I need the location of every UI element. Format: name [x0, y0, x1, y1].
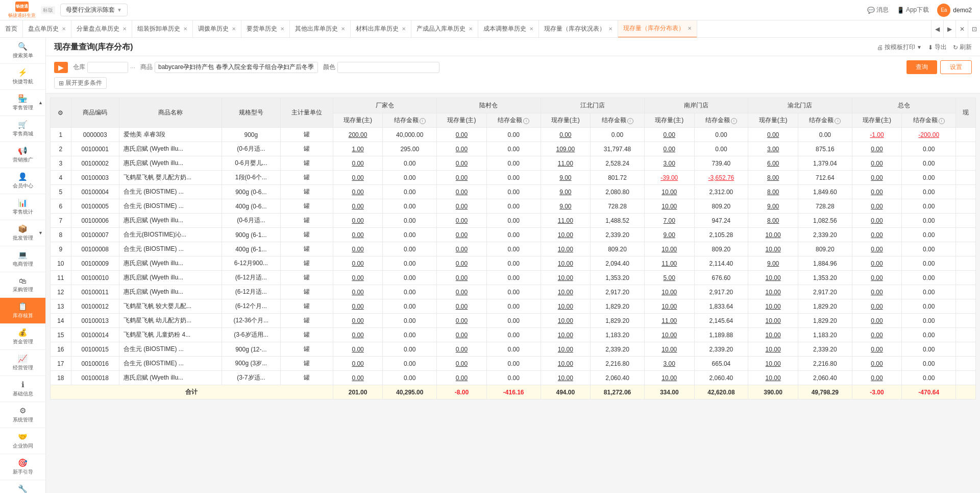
tab-close-icon[interactable]: ✕	[62, 26, 66, 32]
tab-item-transfer[interactable]: 调拨单历史✕	[193, 20, 241, 38]
table-cell[interactable]: 0.00	[852, 156, 902, 171]
table-cell[interactable]: 0.00	[541, 128, 591, 142]
sidebar-item-purchase[interactable]: 🛍采购管理	[0, 272, 45, 298]
table-cell[interactable]: 10.00	[541, 371, 591, 385]
sidebar-item-basic[interactable]: ℹ基础信息	[0, 376, 45, 402]
tab-item-branch_inventory[interactable]: 分量盘点单历史✕	[71, 20, 132, 38]
table-cell[interactable]: 0.00	[333, 357, 383, 371]
tab-item-inventory_record[interactable]: 盘点单历史✕	[23, 20, 71, 38]
table-cell[interactable]: 11.00	[541, 214, 591, 228]
filter-toggle-btn[interactable]: ▶	[54, 62, 68, 73]
table-cell[interactable]: 9.00	[748, 199, 798, 214]
table-cell[interactable]: 0.00	[644, 128, 694, 142]
table-cell[interactable]: 0.00	[333, 156, 383, 171]
tab-close-icon[interactable]: ✕	[688, 26, 692, 31]
query-btn[interactable]: 查询	[906, 60, 937, 74]
tab-nav-next[interactable]: ▶	[943, 20, 955, 38]
tab-close-icon[interactable]: ✕	[341, 26, 345, 32]
tab-close-icon[interactable]: ✕	[122, 26, 127, 32]
table-cell[interactable]: 0.00	[852, 214, 902, 228]
table-cell[interactable]: 0.00	[333, 199, 383, 214]
tab-nav-prev[interactable]: ◀	[931, 20, 943, 38]
table-cell[interactable]: 10.00	[644, 285, 694, 299]
table-cell[interactable]: 0.00	[748, 128, 798, 142]
sidebar-item-member[interactable]: 👤会员中心	[0, 168, 45, 194]
table-cell[interactable]: 8.00	[748, 214, 798, 228]
table-cell[interactable]: 10.00	[541, 228, 591, 242]
tab-item-cost_adjust[interactable]: 成本调整单历史✕	[478, 20, 539, 38]
table-cell[interactable]: 0.00	[333, 342, 383, 357]
table-cell[interactable]: 0.00	[437, 342, 487, 357]
sidebar-item-system[interactable]: ⚙系统管理	[0, 402, 45, 428]
table-cell[interactable]: 10.00	[644, 242, 694, 256]
table-cell[interactable]: 0.00	[333, 371, 383, 385]
table-cell[interactable]: 8.00	[748, 171, 798, 185]
tab-nav-close[interactable]: ✕	[955, 20, 968, 38]
table-cell[interactable]: 0.00	[437, 371, 487, 385]
tab-item-stock_status[interactable]: 现存量（库存状况表）✕	[539, 20, 618, 38]
table-cell[interactable]: 11.00	[644, 256, 694, 271]
table-cell[interactable]: 0.00	[437, 156, 487, 171]
sidebar-item-ecom[interactable]: 💻电商管理	[0, 246, 45, 272]
table-cell[interactable]: 0.00	[852, 299, 902, 314]
tab-close-icon[interactable]: ✕	[608, 26, 612, 32]
table-cell[interactable]: 0.00	[333, 228, 383, 242]
table-cell[interactable]: 200.00	[333, 128, 383, 142]
table-cell[interactable]: 0.00	[333, 171, 383, 185]
tab-close-icon[interactable]: ✕	[232, 26, 236, 32]
table-cell[interactable]: 10.00	[748, 328, 798, 342]
table-cell[interactable]: 10.00	[644, 199, 694, 214]
table-cell[interactable]: 0.00	[333, 185, 383, 199]
table-cell[interactable]: 0.00	[437, 328, 487, 342]
table-cell[interactable]: 0.00	[852, 228, 902, 242]
expand-filter-btn[interactable]: ⊞ 展开更多条件	[54, 77, 107, 89]
table-cell[interactable]: 3.00	[644, 156, 694, 171]
tab-close-icon[interactable]: ✕	[183, 26, 187, 32]
sidebar-item-wholesale[interactable]: 📦批发管理▼	[0, 220, 45, 246]
table-cell[interactable]: 10.00	[644, 299, 694, 314]
sidebar-item-finance[interactable]: 💰资金管理	[0, 324, 45, 350]
table-cell[interactable]: 10.00	[644, 371, 694, 385]
table-cell[interactable]: 0.00	[437, 228, 487, 242]
table-cell[interactable]: 0.00	[852, 314, 902, 328]
table-cell[interactable]: 10.00	[748, 357, 798, 371]
table-cell[interactable]: 10.00	[541, 342, 591, 357]
export-btn[interactable]: ⬇ 导出	[928, 43, 947, 52]
table-cell[interactable]: 10.00	[541, 328, 591, 342]
table-cell[interactable]: 0.00	[437, 128, 487, 142]
table-cell[interactable]: 0.00	[437, 199, 487, 214]
table-cell[interactable]: 0.00	[437, 314, 487, 328]
sidebar-item-marketing[interactable]: 📢营销推广	[0, 142, 45, 168]
table-cell[interactable]: 0.00	[852, 285, 902, 299]
table-cell[interactable]: 0.00	[852, 171, 902, 185]
tab-item-other_out[interactable]: 其他出库单历史✕	[290, 20, 351, 38]
table-cell[interactable]: 0.00	[437, 299, 487, 314]
tab-close-icon[interactable]: ✕	[529, 26, 533, 32]
sidebar-item-corp[interactable]: 🤝企业协同	[0, 428, 45, 454]
table-cell[interactable]: 0.00	[333, 256, 383, 271]
table-cell[interactable]: 5.00	[644, 271, 694, 285]
table-cell[interactable]: 10.00	[748, 285, 798, 299]
table-cell[interactable]: 6.00	[748, 156, 798, 171]
sidebar-item-retail_mgmt[interactable]: 🏪零售管理▲	[0, 90, 45, 116]
table-cell[interactable]: 10.00	[541, 285, 591, 299]
table-cell[interactable]: 10.00	[748, 314, 798, 328]
tab-close-icon[interactable]: ✕	[280, 26, 284, 32]
table-cell[interactable]: -1.00	[852, 128, 902, 142]
table-cell[interactable]: 8.00	[748, 185, 798, 199]
table-cell[interactable]: 0.00	[333, 328, 383, 342]
table-cell[interactable]: 0.00	[644, 142, 694, 156]
table-cell[interactable]: 0.00	[852, 357, 902, 371]
table-cell[interactable]: 10.00	[748, 242, 798, 256]
table-cell[interactable]: 10.00	[541, 271, 591, 285]
table-cell[interactable]: 0.00	[333, 299, 383, 314]
table-cell[interactable]: 10.00	[541, 256, 591, 271]
color-input[interactable]	[337, 62, 439, 73]
tab-close-icon[interactable]: ✕	[402, 26, 406, 32]
warehouse-input[interactable]	[87, 62, 128, 73]
table-cell[interactable]: 10.00	[748, 371, 798, 385]
sidebar-item-search[interactable]: 🔍搜索英单	[0, 38, 45, 64]
goods-input[interactable]	[155, 62, 318, 73]
table-cell[interactable]: 0.00	[852, 142, 902, 156]
print-btn[interactable]: 🖨 按模板打印 ▼	[877, 43, 922, 52]
